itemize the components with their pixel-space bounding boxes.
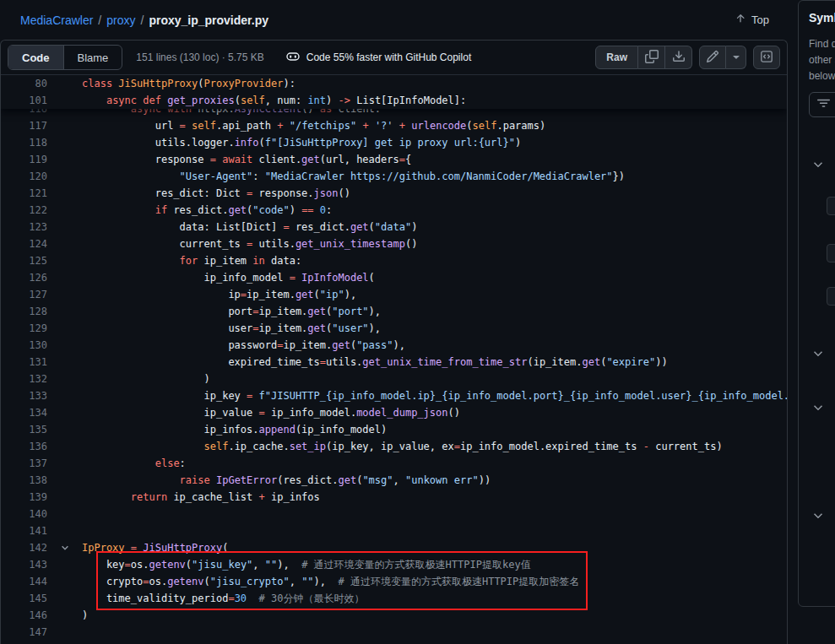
line-number[interactable]: 136 <box>1 438 47 455</box>
code-line: 141 <box>1 522 787 539</box>
code-text: response = await client.get(url, headers… <box>82 151 787 168</box>
line-number[interactable]: 143 <box>1 556 47 573</box>
code-text: IpProxy = JiSuHttpProxy( <box>82 539 787 556</box>
fold-gutter <box>47 235 82 252</box>
code-line: 133 ip_key = f"JISUHTTP_{ip_info_model.i… <box>1 387 787 404</box>
line-number[interactable]: 137 <box>1 455 47 472</box>
arrow-up-icon <box>735 13 746 27</box>
symbol-expander-chevron-icon[interactable] <box>811 401 825 414</box>
code-text: ip_info_model = IpInfoModel( <box>82 269 787 286</box>
code-line: 119 response = await client.get(url, hea… <box>1 151 787 168</box>
line-number[interactable]: 133 <box>1 387 47 404</box>
sticky-code-header: 80class JiSuHttpProxy(ProxyProvider):101… <box>1 75 787 109</box>
fold-gutter <box>47 404 82 421</box>
line-number[interactable]: 124 <box>1 235 47 252</box>
code-line: 121 res_dict: Dict = response.json() <box>1 185 787 202</box>
copy-button[interactable] <box>638 46 665 69</box>
symbol-expander-chevron-icon[interactable] <box>811 509 825 522</box>
fold-gutter <box>47 252 82 269</box>
line-number[interactable]: 118 <box>1 134 47 151</box>
code-line: 136 self.ip_cache.set_ip(ip_key, ip_valu… <box>1 438 787 455</box>
breadcrumb-repo-link[interactable]: MediaCrawler <box>20 14 93 27</box>
fold-gutter <box>47 472 82 489</box>
line-number[interactable]: 140 <box>1 506 47 522</box>
line-number[interactable]: 135 <box>1 421 47 438</box>
line-number[interactable]: 123 <box>1 219 47 235</box>
line-number[interactable]: 131 <box>1 354 47 371</box>
code-line: 145 time_validity_period=30 # 30分钟（最长时效） <box>1 590 787 607</box>
line-number[interactable]: 134 <box>1 404 47 421</box>
line-number[interactable]: 141 <box>1 522 47 539</box>
edit-button[interactable] <box>699 46 726 69</box>
tab-code[interactable]: Code <box>8 46 64 69</box>
fold-gutter <box>47 320 82 337</box>
fold-gutter <box>47 590 82 607</box>
line-number[interactable]: 126 <box>1 269 47 286</box>
code-line: 134 ip_value = ip_info_model.model_dump_… <box>1 404 787 421</box>
breadcrumb-folder-link[interactable]: proxy <box>106 14 135 27</box>
code-text: ip_value = ip_info_model.model_dump_json… <box>82 404 787 421</box>
line-number[interactable]: 125 <box>1 252 47 269</box>
fold-gutter <box>47 286 82 303</box>
symbols-panel-icon <box>760 50 773 66</box>
line-number[interactable]: 127 <box>1 286 47 303</box>
line-number[interactable]: 145 <box>1 590 47 607</box>
line-number[interactable]: 130 <box>1 337 47 354</box>
line-number[interactable]: 142 <box>1 539 47 556</box>
copilot-icon <box>286 50 300 66</box>
symbol-kind-badge[interactable] <box>827 244 835 262</box>
code-text: expired_time_ts=utils.get_unix_time_from… <box>82 354 787 371</box>
line-number[interactable]: 138 <box>1 472 47 489</box>
code-text: current_ts = utils.get_unix_timestamp() <box>82 235 787 252</box>
raw-button[interactable]: Raw <box>595 46 638 69</box>
code-text: return ip_cache_list + ip_infos <box>82 489 787 506</box>
line-number[interactable]: 117 <box>1 117 47 134</box>
symbol-expander-chevron-icon[interactable] <box>811 347 825 360</box>
code-text <box>82 522 787 539</box>
symbols-panel-toggle-button[interactable] <box>753 46 780 69</box>
line-number[interactable]: 120 <box>1 168 47 185</box>
symbol-expander-chevron-icon[interactable] <box>811 158 825 171</box>
fold-toggle-icon[interactable] <box>47 539 82 556</box>
back-to-top-button[interactable]: Top <box>728 9 776 30</box>
line-number[interactable]: 80 <box>1 75 47 92</box>
file-content-box: Code Blame 151 lines (130 loc) · 5.75 KB… <box>0 40 788 644</box>
line-number[interactable]: 144 <box>1 573 47 590</box>
line-number[interactable]: 121 <box>1 185 47 202</box>
copilot-banner: Code 55% faster with GitHub Copilot <box>286 50 471 66</box>
code-line: 120 "User-Agent": "MediaCrawler https://… <box>1 168 787 185</box>
code-text: else: <box>82 455 787 472</box>
description-line: below. <box>809 68 835 84</box>
chevron-down-icon <box>729 50 743 66</box>
line-number[interactable]: 101 <box>1 92 47 109</box>
code-line: 142IpProxy = JiSuHttpProxy( <box>1 539 787 556</box>
tab-blame[interactable]: Blame <box>64 46 122 69</box>
breadcrumb-file-name: proxy_ip_provider.py <box>149 14 268 27</box>
line-number[interactable]: 122 <box>1 202 47 219</box>
main-column: MediaCrawler/proxy/proxy_ip_provider.py … <box>0 0 788 644</box>
file-toolbar: Code Blame 151 lines (130 loc) · 5.75 KB… <box>1 41 787 75</box>
fold-gutter <box>47 269 82 286</box>
fold-gutter <box>47 387 82 404</box>
code-text: raise IpGetError(res_dict.get("msg", "un… <box>82 472 787 489</box>
code-area: 116 async with httpx.AsyncClient() as cl… <box>1 75 787 644</box>
code-content: 116 async with httpx.AsyncClient() as cl… <box>1 75 787 641</box>
edit-dropdown-button[interactable] <box>726 46 746 69</box>
code-text: class JiSuHttpProxy(ProxyProvider): <box>82 75 787 92</box>
line-number[interactable]: 129 <box>1 320 47 337</box>
code-line: 146) <box>1 607 787 624</box>
filter-symbols-input[interactable] <box>809 92 835 117</box>
download-button[interactable] <box>665 46 692 69</box>
line-number[interactable]: 146 <box>1 607 47 624</box>
line-number[interactable]: 128 <box>1 303 47 320</box>
line-number[interactable]: 147 <box>1 624 47 641</box>
code-text: utils.logger.info(f"[JiSuHttpProxy] get … <box>82 134 787 151</box>
line-number[interactable]: 139 <box>1 489 47 506</box>
code-line: 138 raise IpGetError(res_dict.get("msg",… <box>1 472 787 489</box>
code-line: 140 <box>1 506 787 522</box>
symbol-kind-badge[interactable] <box>827 287 835 306</box>
line-number[interactable]: 132 <box>1 371 47 387</box>
fold-gutter <box>47 185 82 202</box>
line-number[interactable]: 119 <box>1 151 47 168</box>
symbol-kind-badge[interactable] <box>827 197 835 215</box>
